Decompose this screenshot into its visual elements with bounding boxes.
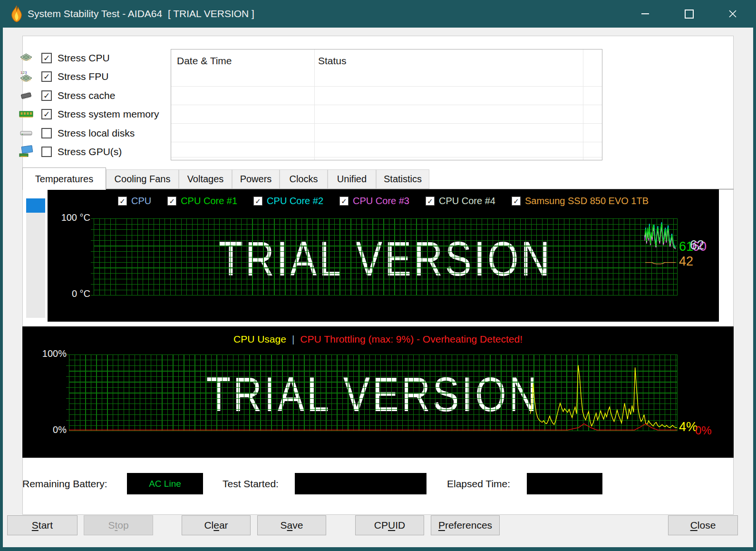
temp-axis-max: 100 °C [43,212,90,223]
temp-grid [94,218,678,295]
legend-cpu-checkbox[interactable]: ✓ [118,197,127,206]
legend-cpu-core3-checkbox[interactable]: ✓ [339,197,349,206]
fpu-icon: 123 [18,69,34,84]
graph-scrollbar[interactable] [26,198,45,318]
stress-disks-checkbox[interactable] [41,128,52,138]
temp-axis-min: 0 °C [43,288,90,299]
stress-option-fpu: 123 ✓ Stress FPU [18,69,108,84]
legend-cpu-core3[interactable]: ✓CPU Core #3 [339,196,409,207]
column-header-status[interactable]: Status [318,55,347,67]
title-separator: | [292,334,294,345]
stress-option-label: Stress CPU [58,52,110,64]
throttling-alert: CPU Throttling (max: 9%) - Overheating D… [300,334,523,345]
legend-cpu-core4[interactable]: ✓CPU Core #4 [426,196,495,207]
stress-option-label: Stress local disks [58,128,135,139]
cache-icon [18,89,34,103]
log-table[interactable]: Date & Time Status [171,49,602,160]
stress-option-label: Stress GPU(s) [58,146,122,157]
stress-option-gpu: Stress GPU(s) [18,145,122,159]
preferences-button[interactable]: Preferences [431,515,500,535]
stress-option-label: Stress system memory [58,108,159,120]
stress-option-label: Stress cache [58,90,115,101]
log-row [171,105,602,123]
usage-chart-title-row: CPU Usage | CPU Throttling (max: 9%) - O… [22,334,734,345]
log-row [171,142,602,160]
stop-button[interactable]: Stop [84,515,153,535]
cpuid-button[interactable]: CPUID [355,515,424,535]
legend-ssd[interactable]: ✓Samsung SSD 850 EVO 1TB [512,196,649,207]
cpu-usage-label: CPU Usage [233,334,286,345]
usage-grid [69,354,678,431]
stress-option-label: Stress FPU [58,71,108,82]
stress-cpu-checkbox[interactable]: ✓ [41,53,52,63]
stress-option-cache: ✓ Stress cache [18,89,115,103]
cpu-icon [18,51,34,65]
clear-button[interactable]: Clear [182,515,251,535]
stress-cache-checkbox[interactable]: ✓ [41,90,52,101]
svg-text:123: 123 [20,70,27,75]
tab-unified[interactable]: Unified [328,169,376,189]
elapsed-time-box [527,473,602,494]
close-dialog-button[interactable]: Close [668,515,738,535]
memory-icon [18,107,34,121]
tab-cooling-fans[interactable]: Cooling Fans [106,169,179,189]
tab-voltages[interactable]: Voltages [179,169,232,189]
stress-option-memory: ✓ Stress system memory [18,107,159,121]
log-row [171,68,602,86]
close-icon [727,9,738,19]
tab-clocks[interactable]: Clocks [280,169,328,189]
disk-icon [18,126,34,140]
gpu-icon [18,145,34,159]
legend-cpu-core4-checkbox[interactable]: ✓ [426,197,435,206]
save-button[interactable]: Save [257,515,326,535]
close-button[interactable] [714,0,752,28]
minimize-icon [641,13,649,14]
legend-ssd-checkbox[interactable]: ✓ [512,197,521,206]
temp-value-ssd: 42 [679,254,693,269]
stress-memory-checkbox[interactable]: ✓ [41,109,52,119]
tab-baseline [22,189,734,189]
test-started-box [295,473,426,494]
stress-fpu-checkbox[interactable]: ✓ [41,71,52,82]
usage-axis-max: 100% [19,348,67,359]
maximize-button[interactable] [670,0,708,28]
stress-option-disks: Stress local disks [18,126,135,140]
test-started-label: Test Started: [223,478,279,490]
titlebar[interactable]: System Stability Test - AIDA64 [ TRIAL V… [0,0,756,28]
log-row [171,124,602,142]
throttle-value: 0% [695,424,712,437]
stress-option-cpu: ✓ Stress CPU [18,51,110,65]
maximize-icon [685,10,694,19]
stress-gpu-checkbox[interactable] [41,147,52,157]
minimize-button[interactable] [626,0,664,28]
legend-cpu[interactable]: ✓CPU [118,196,151,207]
tab-powers[interactable]: Powers [232,169,280,189]
legend-cpu-core2-checkbox[interactable]: ✓ [253,197,262,206]
column-header-datetime[interactable]: Date & Time [177,55,232,67]
legend-cpu-core1[interactable]: ✓CPU Core #1 [167,196,237,207]
battery-value: AC Line [149,479,181,489]
tab-statistics[interactable]: Statistics [376,169,429,189]
usage-axis-min: 0% [19,424,67,435]
app-flame-icon [9,5,25,23]
log-row [171,87,602,105]
battery-label: Remaining Battery: [22,478,107,490]
elapsed-time-label: Elapsed Time: [447,478,510,490]
start-button[interactable]: Start [7,515,78,535]
battery-value-box: AC Line [127,473,203,494]
legend-cpu-core1-checkbox[interactable]: ✓ [167,197,176,206]
tab-temperatures[interactable]: Temperatures [22,167,106,190]
legend-cpu-core2[interactable]: ✓CPU Core #2 [253,196,323,207]
temp-legend: ✓CPU ✓CPU Core #1 ✓CPU Core #2 ✓CPU Core… [48,196,719,207]
temp-value-core2: 62 [690,238,704,253]
graph-scrollbar-thumb[interactable] [26,198,45,213]
window-title: System Stability Test - AIDA64 [ TRIAL V… [28,0,254,28]
